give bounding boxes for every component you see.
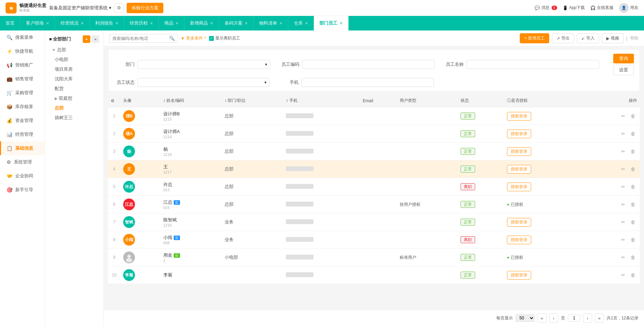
auth-login-button[interactable]: 授权登录 (507, 130, 531, 138)
message-action[interactable]: 💬 消息 5 (535, 5, 557, 11)
auth-login-button[interactable]: 授权登录 (507, 112, 531, 121)
filter-dept-select[interactable]: ▾ (137, 60, 270, 69)
close-icon[interactable]: ✕ (150, 21, 153, 26)
tab-profit[interactable]: 利润报告✕ (90, 16, 124, 30)
auth-login-button[interactable]: 授权登录 (507, 271, 531, 280)
close-icon[interactable]: ✕ (81, 21, 84, 26)
user-action[interactable]: 👤 用友 (619, 3, 638, 13)
close-icon[interactable]: ✕ (339, 21, 343, 26)
dept-planting[interactable]: 插树王三 (45, 113, 103, 123)
tab-progress[interactable]: 经营历程✕ (124, 16, 159, 30)
more-conditions-btn[interactable]: ▼ 更多条件 ^ (181, 35, 206, 41)
delete-button[interactable]: 🗑 (629, 112, 637, 120)
dept-hq2[interactable]: 总部 (45, 103, 103, 113)
col-name-code[interactable]: ↕ 姓名/编码 (161, 94, 222, 107)
import-button[interactable]: ↙ 导入 (577, 33, 599, 43)
view-button[interactable]: ▶ 视频 (602, 33, 624, 43)
col-phone[interactable]: ↕ 手机 (283, 94, 360, 107)
close-icon[interactable]: ✕ (245, 21, 248, 26)
tab-new-goods[interactable]: 新增商品✕ (184, 16, 219, 30)
nav-operation-mgr[interactable]: 📊 经营管理 (0, 127, 45, 141)
prev-page-button[interactable]: ‹ (549, 314, 558, 323)
help-label[interactable]: 帮助 (630, 35, 638, 41)
nav-sales[interactable]: 💼 销售管理 (0, 72, 45, 86)
auth-login-button[interactable]: 授权登录 (507, 183, 531, 191)
edit-button[interactable]: ✏ (619, 200, 627, 209)
nav-collab[interactable]: 🤝 企业协同 (0, 169, 45, 183)
gear-button[interactable]: ⚙ (114, 3, 124, 13)
edit-button[interactable]: ✏ (619, 271, 627, 279)
system-title-dropdown[interactable]: 装备及固定资产辅助管理系统 ▾ (49, 5, 111, 11)
filter-emp-name-input[interactable] (466, 60, 599, 69)
nav-purchase[interactable]: 🛒 采购管理 (0, 86, 45, 100)
auth-login-button[interactable]: 授权登录 (507, 236, 531, 244)
delete-button[interactable]: 🗑 (629, 147, 637, 156)
tab-barcode[interactable]: 条码方案✕ (219, 16, 254, 30)
tab-warehouse[interactable]: 仓库✕ (288, 16, 314, 30)
dept-hq[interactable]: ▼总部 (45, 45, 103, 55)
col-dept-position[interactable]: ↕ 部门/职位 (222, 94, 283, 107)
edit-button[interactable]: ✏ (619, 165, 627, 173)
col-settings[interactable]: ⚙ (108, 94, 120, 107)
last-page-button[interactable]: » (595, 314, 604, 323)
delete-button[interactable]: 🗑 (629, 200, 637, 209)
filter-set-button[interactable]: 设置 (613, 65, 634, 75)
dept-double-dream[interactable]: ▶双庭想 (45, 94, 103, 103)
nav-basic[interactable]: 📋 基础信息 (0, 141, 45, 155)
tab-material[interactable]: 物料清单✕ (254, 16, 288, 30)
delete-button[interactable]: 🗑 (629, 183, 637, 191)
nav-guide[interactable]: 🎯 新手引导 (0, 183, 45, 197)
edit-button[interactable]: ✏ (619, 130, 627, 138)
dept-distribution[interactable]: 配货 (45, 84, 103, 94)
nav-marketing[interactable]: 📢 营销推广 (0, 58, 45, 72)
delete-button[interactable]: 🗑 (629, 271, 637, 279)
dept-collapse-btn[interactable]: « (92, 35, 99, 43)
next-page-button[interactable]: › (583, 314, 592, 323)
trial-button[interactable]: 体验行业方案 (127, 3, 163, 13)
close-icon[interactable]: ✕ (210, 21, 213, 26)
filter-search-button[interactable]: 查询 (613, 54, 634, 63)
nav-quick[interactable]: ⚡ 快捷导航 (0, 44, 45, 58)
close-icon[interactable]: ✕ (115, 21, 118, 26)
close-icon[interactable]: ✕ (46, 21, 49, 26)
close-icon[interactable]: ✕ (175, 21, 179, 26)
dept-small-elec[interactable]: 小电部 (45, 55, 103, 64)
edit-button[interactable]: ✏ (619, 253, 627, 262)
auth-login-button[interactable]: 授权登录 (507, 165, 531, 174)
delete-button[interactable]: 🗑 (629, 253, 637, 262)
export-button[interactable]: ↗ 导出 (552, 33, 574, 43)
filter-emp-code-input[interactable] (302, 60, 435, 69)
edit-button[interactable]: ✏ (619, 236, 627, 244)
edit-button[interactable]: ✏ (619, 112, 627, 120)
dept-project[interactable]: 项目库房 (45, 64, 103, 74)
edit-button[interactable]: ✏ (619, 183, 627, 191)
search-input[interactable] (112, 36, 168, 41)
dept-shenyang[interactable]: 沈阳大库 (45, 74, 103, 84)
add-employee-button[interactable]: + 新增员工 (520, 33, 549, 43)
auth-login-button[interactable]: 授权登录 (507, 218, 531, 227)
show-inactive-checkbox[interactable]: ✓ (209, 36, 214, 41)
filter-phone-input[interactable] (301, 78, 434, 87)
nav-inventory[interactable]: 📦 库存核算 (0, 100, 45, 114)
delete-button[interactable]: 🗑 (629, 130, 637, 138)
auth-login-button[interactable]: 授权登录 (507, 147, 531, 156)
nav-system[interactable]: ⚙ 系统管理 (0, 155, 45, 169)
edit-button[interactable]: ✏ (619, 218, 627, 226)
tab-operation[interactable]: 经营情况✕ (55, 16, 90, 30)
page-size-select[interactable]: 50 100 200 (516, 314, 535, 322)
online-service-action[interactable]: 🎧 在线客服 (590, 5, 614, 11)
page-number-input[interactable] (568, 315, 580, 321)
first-page-button[interactable]: « (537, 314, 546, 323)
show-inactive-toggle[interactable]: ✓ 显示离职员工 (209, 35, 240, 41)
close-icon[interactable]: ✕ (279, 21, 282, 26)
filter-status-select[interactable]: ▾ (137, 78, 270, 87)
delete-button[interactable]: 🗑 (629, 236, 637, 244)
app-download-action[interactable]: 📱 App下载 (563, 5, 585, 11)
tab-home[interactable]: 首页 (0, 16, 20, 30)
tab-goods[interactable]: 商品✕ (159, 16, 184, 30)
nav-finance[interactable]: 💰 资金管理 (0, 114, 45, 127)
tab-employees[interactable]: 部门员工✕ (314, 16, 348, 30)
dept-add-btn[interactable]: + (83, 35, 90, 43)
close-icon[interactable]: ✕ (305, 21, 308, 26)
delete-button[interactable]: 🗑 (629, 218, 637, 226)
